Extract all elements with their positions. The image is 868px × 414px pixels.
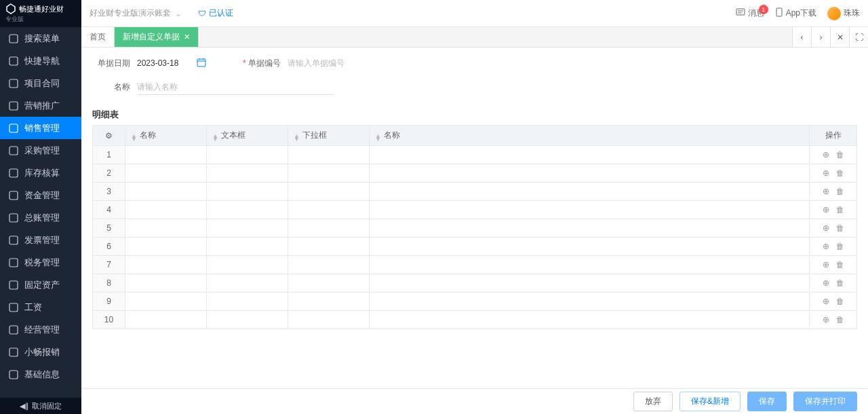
sidebar-item-9[interactable]: 发票管理 — [0, 229, 81, 251]
sidebar-item-10[interactable]: 税务管理 — [0, 251, 81, 274]
row-delete-button[interactable]: 🗑 — [836, 205, 844, 214]
cell-select[interactable] — [288, 311, 370, 329]
cell-name[interactable] — [125, 293, 207, 311]
cell-name[interactable] — [125, 311, 207, 329]
cell-select[interactable] — [288, 146, 370, 164]
cell-name2[interactable] — [370, 238, 810, 256]
cell-name2[interactable] — [370, 219, 810, 238]
cell-text[interactable] — [207, 219, 288, 238]
calendar-icon[interactable] — [197, 58, 206, 69]
cell-name2[interactable] — [370, 146, 810, 164]
docno-input[interactable] — [288, 56, 410, 71]
sidebar-pin-toggle[interactable]: ◀∥ 取消固定 — [0, 398, 81, 414]
cell-text[interactable] — [207, 256, 288, 274]
cell-select[interactable] — [288, 201, 370, 219]
row-delete-button[interactable]: 🗑 — [836, 297, 844, 306]
table-row[interactable]: 10⊕🗑 — [93, 311, 857, 329]
row-add-button[interactable]: ⊕ — [823, 223, 829, 233]
sidebar-item-5[interactable]: 采购管理 — [0, 139, 81, 162]
sidebar-item-15[interactable]: 基础信息 — [0, 363, 81, 385]
date-input[interactable] — [137, 56, 191, 71]
tabs-prev-button[interactable]: ‹ — [792, 27, 811, 47]
tab-home[interactable]: 首页 — [81, 27, 115, 47]
cell-name[interactable] — [125, 146, 207, 164]
fullscreen-button[interactable]: ⛶ — [849, 27, 868, 47]
app-download-button[interactable]: App下载 — [775, 7, 816, 19]
save-print-button[interactable]: 保存并打印 — [793, 392, 857, 411]
table-row[interactable]: 2⊕🗑 — [93, 164, 857, 183]
cell-name[interactable] — [125, 201, 207, 219]
cell-select[interactable] — [288, 293, 370, 311]
cell-text[interactable] — [207, 238, 288, 256]
cell-select[interactable] — [288, 274, 370, 293]
sidebar-item-11[interactable]: 固定资产 — [0, 274, 81, 296]
table-row[interactable]: 4⊕🗑 — [93, 201, 857, 219]
sidebar-item-3[interactable]: 营销推广 — [0, 94, 81, 117]
row-delete-button[interactable]: 🗑 — [836, 315, 844, 324]
column-name2[interactable]: ▲▼名称 — [370, 126, 810, 146]
row-add-button[interactable]: ⊕ — [823, 150, 829, 159]
cell-text[interactable] — [207, 293, 288, 311]
cell-select[interactable] — [288, 183, 370, 201]
table-row[interactable]: 8⊕🗑 — [93, 274, 857, 293]
cell-text[interactable] — [207, 274, 288, 293]
cell-text[interactable] — [207, 183, 288, 201]
cell-name2[interactable] — [370, 256, 810, 274]
row-add-button[interactable]: ⊕ — [823, 242, 829, 251]
cell-name2[interactable] — [370, 293, 810, 311]
tabs-next-button[interactable]: › — [811, 27, 830, 47]
sidebar-item-1[interactable]: 快捷导航 — [0, 50, 81, 72]
column-settings[interactable]: ⚙ — [93, 126, 125, 146]
row-delete-button[interactable]: 🗑 — [836, 223, 844, 233]
tabs-close-button[interactable]: ✕ — [830, 27, 849, 47]
sidebar-item-16[interactable]: 系统管理 — [0, 385, 81, 387]
close-icon[interactable]: ✕ — [184, 33, 190, 41]
cell-text[interactable] — [207, 311, 288, 329]
sidebar-item-2[interactable]: 项目合同 — [0, 72, 81, 94]
cell-name[interactable] — [125, 164, 207, 183]
sidebar-item-8[interactable]: 总账管理 — [0, 206, 81, 229]
table-row[interactable]: 3⊕🗑 — [93, 183, 857, 201]
cell-name2[interactable] — [370, 183, 810, 201]
column-select[interactable]: ▲▼下拉框 — [288, 126, 370, 146]
cell-name[interactable] — [125, 274, 207, 293]
row-delete-button[interactable]: 🗑 — [836, 150, 844, 159]
org-selector[interactable]: 好业财专业版演示账套 ⌄ — [90, 7, 182, 19]
sidebar-item-12[interactable]: 工资 — [0, 296, 81, 318]
sidebar-item-13[interactable]: 经营管理 — [0, 318, 81, 341]
cell-name[interactable] — [125, 183, 207, 201]
cell-name2[interactable] — [370, 164, 810, 183]
column-name[interactable]: ▲▼名称 — [125, 126, 207, 146]
save-button[interactable]: 保存 — [747, 392, 787, 411]
cell-text[interactable] — [207, 201, 288, 219]
cell-text[interactable] — [207, 146, 288, 164]
cell-name2[interactable] — [370, 311, 810, 329]
sidebar-item-6[interactable]: 库存核算 — [0, 162, 81, 184]
cell-select[interactable] — [288, 164, 370, 183]
row-delete-button[interactable]: 🗑 — [836, 168, 844, 178]
discard-button[interactable]: 放弃 — [633, 392, 673, 411]
cell-name2[interactable] — [370, 274, 810, 293]
sidebar-item-7[interactable]: 资金管理 — [0, 184, 81, 206]
column-text[interactable]: ▲▼文本框 — [207, 126, 288, 146]
row-add-button[interactable]: ⊕ — [823, 260, 829, 269]
messages-button[interactable]: 消息 1 — [736, 7, 764, 19]
row-add-button[interactable]: ⊕ — [823, 205, 829, 214]
table-row[interactable]: 1⊕🗑 — [93, 146, 857, 164]
sidebar-item-0[interactable]: 搜索菜单 — [0, 27, 81, 50]
cell-name2[interactable] — [370, 201, 810, 219]
cell-name[interactable] — [125, 219, 207, 238]
table-row[interactable]: 7⊕🗑 — [93, 256, 857, 274]
row-delete-button[interactable]: 🗑 — [836, 187, 844, 196]
cell-select[interactable] — [288, 238, 370, 256]
tab-current[interactable]: 新增自定义单据 ✕ — [115, 27, 199, 47]
cell-name[interactable] — [125, 238, 207, 256]
table-row[interactable]: 6⊕🗑 — [93, 238, 857, 256]
table-row[interactable]: 5⊕🗑 — [93, 219, 857, 238]
cell-name[interactable] — [125, 256, 207, 274]
row-add-button[interactable]: ⊕ — [823, 278, 829, 288]
sidebar-item-4[interactable]: 销售管理 — [0, 117, 81, 139]
row-delete-button[interactable]: 🗑 — [836, 260, 844, 269]
row-add-button[interactable]: ⊕ — [823, 315, 829, 324]
save-new-button[interactable]: 保存&新增 — [679, 392, 741, 411]
